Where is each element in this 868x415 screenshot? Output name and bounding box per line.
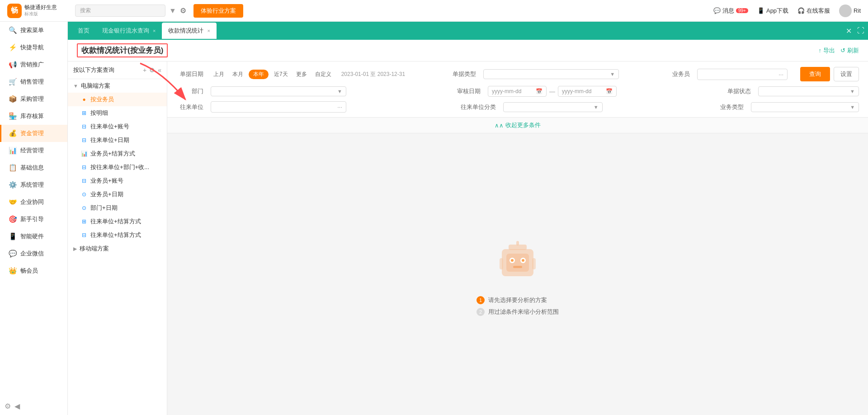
tab-bank-flow[interactable]: 现金银行流水查询 × bbox=[96, 23, 162, 39]
message-badge: 99+ bbox=[736, 8, 748, 13]
sidebar-item-search-menu[interactable]: 🔍 搜索菜单 bbox=[0, 22, 67, 39]
content-area: 按以下方案查询 + ⚙ « ▼ 电脑端方案 ● 按业务员 ⊞ 按明细 bbox=[68, 61, 868, 415]
counterpart-ellipsis-btn[interactable]: ··· bbox=[337, 104, 342, 110]
sidebar-collapse-button[interactable]: ◀ bbox=[14, 402, 20, 410]
active-dot-icon: ● bbox=[80, 96, 88, 103]
salesperson-select[interactable]: ··· bbox=[697, 69, 788, 80]
collapse-more-button[interactable]: ∧∧ 收起更多条件 bbox=[495, 121, 541, 129]
bar-chart-icon: 📊 bbox=[80, 150, 88, 157]
table-icon: ⊟ bbox=[80, 123, 88, 130]
sidebar-item-system[interactable]: ⚙️ 系统管理 bbox=[0, 176, 67, 193]
tree-item-by-salesperson[interactable]: ● 按业务员 bbox=[68, 93, 167, 106]
left-panel-title: 按以下方案查询 bbox=[73, 66, 114, 74]
date-shortcuts: 上月 本月 本年 近7天 更多 自定义 bbox=[211, 70, 334, 79]
tab-receipt-stats[interactable]: 收款情况统计 × bbox=[162, 23, 216, 39]
tab-bank-flow-close[interactable]: × bbox=[153, 28, 156, 33]
date-dash: — bbox=[549, 88, 555, 95]
handshake-icon: 🤝 bbox=[9, 198, 17, 206]
top-dropdown-btn[interactable]: ▼ bbox=[169, 7, 176, 15]
sidebar-item-purchase[interactable]: 📦 采购管理 bbox=[0, 90, 67, 108]
tree-section-desktop[interactable]: ▼ 电脑端方案 bbox=[68, 79, 167, 93]
sidebar-item-corp-collab[interactable]: 🤝 企业协同 bbox=[0, 193, 67, 211]
biz-type-select[interactable]: ▼ bbox=[751, 102, 859, 112]
counterpart-cat-select[interactable]: ▼ bbox=[503, 102, 603, 112]
user-name: Rit bbox=[854, 7, 861, 14]
refresh-icon: ↺ bbox=[840, 47, 845, 54]
sidebar-item-sales[interactable]: 🛒 销售管理 bbox=[0, 73, 67, 90]
settings-button[interactable]: 设置 bbox=[834, 67, 859, 81]
filter-row-1: 单据日期 上月 本月 本年 近7天 更多 自定义 2023-01-01 至 20… bbox=[176, 67, 859, 81]
tree-item-counterpart-settle2[interactable]: ⊟ 往来单位+结算方式 bbox=[68, 228, 167, 242]
sidebar-settings-button[interactable]: ⚙ bbox=[5, 402, 11, 410]
tree-item-counterpart-date[interactable]: ⊟ 往来单位+日期 bbox=[68, 133, 167, 147]
date-btn-this-month[interactable]: 本月 bbox=[230, 70, 246, 79]
app-download-item[interactable]: 📱 App下载 bbox=[757, 7, 788, 15]
sidebar-item-inventory[interactable]: 🏪 库存核算 bbox=[0, 108, 67, 125]
tree-item-by-detail[interactable]: ⊞ 按明细 bbox=[68, 106, 167, 120]
date-btn-last-month[interactable]: 上月 bbox=[211, 70, 227, 79]
audit-date-start[interactable]: yyyy-mm-dd 📅 bbox=[488, 86, 547, 97]
date-range-text: 2023-01-01 至 2023-12-31 bbox=[341, 71, 405, 78]
filter-row-3: 往来单位 ··· 往来单位分类 ▼ 业务类型 ▼ bbox=[176, 101, 859, 113]
top-search-area: 搜索 ▼ ⚙ 体验行业方案 bbox=[75, 4, 713, 18]
tree-item-counterpart-settle1[interactable]: ⊞ 往来单位+结算方式 bbox=[68, 215, 167, 228]
date-btn-custom[interactable]: 自定义 bbox=[312, 70, 334, 79]
user-info-item[interactable]: Rit bbox=[839, 5, 861, 17]
export-button[interactable]: ↑ 导出 bbox=[819, 47, 835, 55]
dept-select[interactable]: ▼ bbox=[211, 86, 346, 96]
ellipsis-btn[interactable]: ··· bbox=[778, 71, 783, 78]
tab-receipt-stats-close[interactable]: × bbox=[207, 28, 210, 33]
calendar2-icon: 📅 bbox=[606, 88, 613, 94]
step-num-2: 2 bbox=[476, 308, 485, 316]
doc-type-label: 单据类型 bbox=[449, 70, 476, 78]
settings-icon-btn[interactable]: ⚙ bbox=[180, 6, 186, 15]
doc-status-select[interactable]: ▼ bbox=[758, 86, 859, 96]
tree-item-dept-date[interactable]: ⊙ 部门+日期 bbox=[68, 201, 167, 215]
sidebar-item-member[interactable]: 👑 畅会员 bbox=[0, 262, 67, 279]
tab-fullscreen-button[interactable]: ⛶ bbox=[857, 27, 864, 35]
date-btn-more[interactable]: 更多 bbox=[293, 70, 310, 79]
doc-status-chevron-icon: ▼ bbox=[850, 89, 855, 94]
counterpart-select[interactable]: ··· bbox=[211, 101, 346, 113]
sidebar-item-marketing[interactable]: 📢 营销推广 bbox=[0, 56, 67, 73]
sidebar-item-smart-hw[interactable]: 📱 智能硬件 bbox=[0, 228, 67, 245]
tree-item-counterpart-account[interactable]: ⊟ 往来单位+账号 bbox=[68, 120, 167, 133]
sidebar-item-operation[interactable]: 📊 经营管理 bbox=[0, 142, 67, 159]
audit-date-end[interactable]: yyyy-mm-dd 📅 bbox=[558, 86, 617, 97]
counterpart-cat-label: 往来单位分类 bbox=[461, 103, 496, 111]
left-panel: 按以下方案查询 + ⚙ « ▼ 电脑端方案 ● 按业务员 ⊞ 按明细 bbox=[68, 61, 167, 415]
date-btn-this-year[interactable]: 本年 bbox=[249, 70, 269, 79]
svg-rect-6 bbox=[513, 266, 522, 268]
tab-close-all-button[interactable]: ✕ bbox=[846, 27, 852, 35]
chat-icon: 💬 bbox=[9, 250, 17, 258]
arrow-right-icon: ▶ bbox=[73, 246, 77, 252]
doc-type-select[interactable]: ▼ bbox=[483, 69, 619, 79]
panel-collapse-button[interactable]: « bbox=[158, 66, 161, 74]
refresh-button[interactable]: ↺ 刷新 bbox=[840, 47, 859, 55]
date-btn-7days[interactable]: 近7天 bbox=[271, 70, 291, 79]
sidebar-item-finance[interactable]: 💰 资金管理 bbox=[0, 125, 67, 142]
svg-rect-9 bbox=[500, 258, 503, 269]
megaphone-icon: 📢 bbox=[9, 61, 17, 69]
online-service-item[interactable]: 🎧 在线客服 bbox=[797, 7, 830, 15]
dept-label: 部门 bbox=[176, 87, 203, 95]
cart-icon: 🛒 bbox=[9, 78, 17, 86]
tree-item-counterpart-dept[interactable]: ⊟ 按往来单位+部门+收... bbox=[68, 160, 167, 174]
tab-home[interactable]: 首页 bbox=[71, 23, 96, 39]
sidebar-item-basic-info[interactable]: 📋 基础信息 bbox=[0, 159, 67, 176]
trial-button[interactable]: 体验行业方案 bbox=[193, 4, 243, 18]
sidebar-item-corp-wechat[interactable]: 💬 企业微信 bbox=[0, 245, 67, 262]
tree-item-salesperson-account[interactable]: ⊟ 业务员+账号 bbox=[68, 174, 167, 188]
tree-section-mobile[interactable]: ▶ 移动端方案 bbox=[68, 242, 167, 255]
sidebar-item-newbie[interactable]: 🎯 新手引导 bbox=[0, 211, 67, 228]
scheme-settings-button[interactable]: ⚙ bbox=[149, 66, 155, 74]
sidebar-item-quick-nav[interactable]: ⚡ 快捷导航 bbox=[0, 39, 67, 56]
top-search-box[interactable]: 搜索 bbox=[75, 5, 165, 17]
svg-point-4 bbox=[511, 259, 514, 262]
tree-item-salesperson-date[interactable]: ⊙ 业务员+日期 bbox=[68, 188, 167, 201]
step-num-1: 1 bbox=[476, 296, 485, 304]
tree-item-salesperson-settlement[interactable]: 📊 业务员+结算方式 bbox=[68, 147, 167, 160]
query-button[interactable]: 查询 bbox=[800, 67, 830, 81]
message-item[interactable]: 💬 消息 99+ bbox=[713, 7, 748, 15]
add-scheme-button[interactable]: + bbox=[143, 66, 146, 74]
